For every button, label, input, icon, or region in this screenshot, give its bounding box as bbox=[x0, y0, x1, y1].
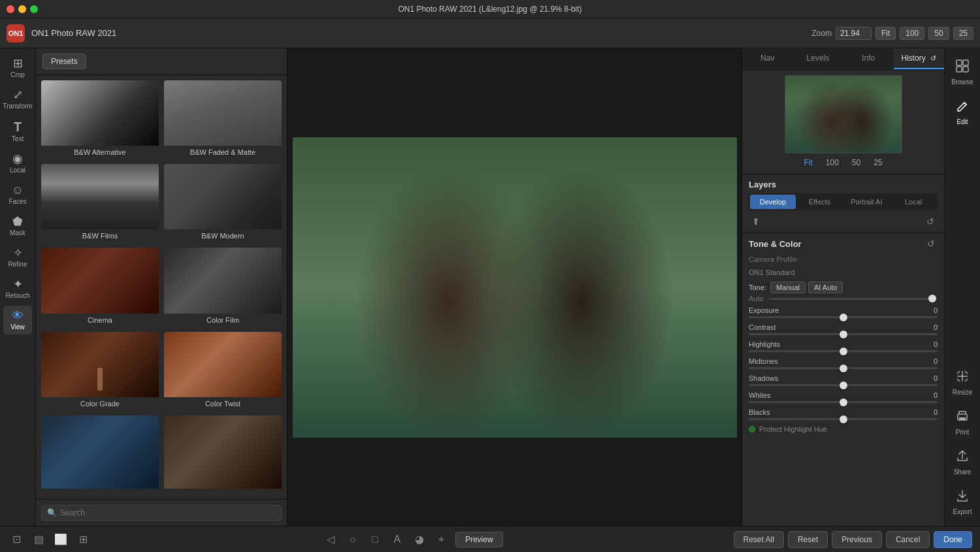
preset-bw-films[interactable]: B&W Films bbox=[41, 164, 159, 242]
whites-track[interactable] bbox=[749, 401, 938, 403]
highlights-thumb[interactable] bbox=[840, 348, 847, 355]
preset-cinema[interactable]: Cinema bbox=[41, 248, 159, 326]
contrast-thumb[interactable] bbox=[840, 331, 847, 338]
auto-row: Auto bbox=[749, 295, 938, 302]
bottom-mask-icon[interactable]: ◕ bbox=[411, 531, 428, 548]
view-filmstrip-icon[interactable]: ▤ bbox=[30, 531, 47, 548]
midtones-thumb[interactable] bbox=[840, 365, 847, 372]
tab-portrait-ai[interactable]: Portrait AI bbox=[844, 195, 890, 209]
close-button[interactable] bbox=[7, 5, 14, 13]
minimize-button[interactable] bbox=[18, 5, 26, 13]
tool-refine-label: Refine bbox=[8, 261, 27, 268]
bottom-cursor-icon[interactable]: ⌖ bbox=[433, 531, 450, 548]
tone-row: Tone: Manual AI Auto bbox=[749, 282, 938, 293]
zoom-mini-25[interactable]: 25 bbox=[870, 157, 886, 169]
zoom-mini-100[interactable]: 100 bbox=[822, 157, 843, 169]
manual-btn[interactable]: Manual bbox=[770, 282, 806, 293]
app-logo: ON1 bbox=[7, 24, 25, 42]
preset-extra1[interactable] bbox=[41, 415, 159, 494]
layer-export-icon[interactable]: ⬆ bbox=[749, 214, 763, 229]
zoom-mini-fit[interactable]: Fit bbox=[800, 157, 816, 169]
done-button[interactable]: Done bbox=[934, 531, 972, 548]
highlights-track[interactable] bbox=[749, 350, 938, 352]
canvas-area[interactable] bbox=[287, 48, 742, 526]
ai-auto-btn[interactable]: AI Auto bbox=[808, 282, 843, 293]
bottom-bar: ⊡ ▤ ⬜ ⊞ ◁ ○ □ A ◕ ⌖ Preview Reset All Re… bbox=[0, 526, 980, 552]
tab-nav[interactable]: Nav bbox=[742, 48, 792, 69]
whites-thumb[interactable] bbox=[840, 398, 847, 406]
tool-mask[interactable]: ⬟ Mask bbox=[3, 212, 32, 240]
bottom-prev-icon[interactable]: ◁ bbox=[322, 531, 339, 548]
preset-bw-alternative[interactable]: B&W Alternative bbox=[41, 80, 159, 159]
presets-button[interactable]: Presets bbox=[42, 54, 86, 69]
search-input-wrap: 🔍 bbox=[41, 505, 282, 521]
view-single-icon[interactable]: ⊡ bbox=[8, 531, 25, 548]
preset-color-film[interactable]: Color Film bbox=[164, 248, 282, 326]
zoom-fit-btn[interactable]: Fit bbox=[875, 27, 896, 40]
tab-local[interactable]: Local bbox=[890, 195, 936, 209]
tool-local[interactable]: ◉ Local bbox=[3, 149, 32, 178]
contrast-track[interactable] bbox=[749, 333, 938, 335]
left-toolbar: ⊞ Crop ⤢ Transform T Text ◉ Local ☺ Face… bbox=[0, 48, 36, 526]
previous-button[interactable]: Previous bbox=[832, 531, 882, 548]
bottom-circle-icon[interactable]: ○ bbox=[344, 531, 361, 548]
reset-button[interactable]: Reset bbox=[788, 531, 828, 548]
blacks-thumb[interactable] bbox=[840, 415, 847, 423]
tone-reset-btn[interactable]: ↺ bbox=[924, 237, 938, 250]
svg-rect-3 bbox=[963, 67, 968, 72]
auto-label: Auto bbox=[749, 295, 764, 302]
blacks-track[interactable] bbox=[749, 418, 938, 420]
whites-label: Whites bbox=[749, 391, 771, 399]
zoom-input[interactable] bbox=[836, 27, 872, 40]
tab-effects[interactable]: Effects bbox=[797, 195, 843, 209]
tool-transform[interactable]: ⤢ Transform bbox=[3, 85, 32, 114]
view-split-icon[interactable]: ⬜ bbox=[52, 531, 69, 548]
nav-thumbnail bbox=[785, 75, 902, 154]
print-btn[interactable]: Print bbox=[948, 404, 977, 441]
camera-profile-value: ON1 Standard bbox=[749, 268, 938, 276]
layer-reset-icon[interactable]: ↺ bbox=[923, 214, 938, 229]
preset-color-twist[interactable]: Color Twist bbox=[164, 332, 282, 410]
share-btn[interactable]: Share bbox=[948, 444, 977, 481]
shadows-track[interactable] bbox=[749, 384, 938, 386]
zoom-50-btn[interactable]: 50 bbox=[928, 27, 949, 40]
view-grid-icon[interactable]: ⊞ bbox=[74, 531, 91, 548]
reset-all-button[interactable]: Reset All bbox=[734, 531, 784, 548]
cancel-button[interactable]: Cancel bbox=[886, 531, 930, 548]
preview-button[interactable]: Preview bbox=[455, 532, 503, 547]
resize-btn[interactable]: Resize bbox=[948, 364, 977, 401]
shadows-thumb[interactable] bbox=[840, 382, 847, 389]
tool-text[interactable]: T Text bbox=[3, 116, 32, 146]
export-btn[interactable]: Export bbox=[948, 483, 977, 521]
preset-extra2[interactable] bbox=[164, 415, 282, 494]
preset-bw-modern[interactable]: B&W Modern bbox=[164, 164, 282, 242]
bottom-square-icon[interactable]: □ bbox=[367, 531, 384, 548]
retouch-icon: ✦ bbox=[13, 278, 23, 290]
tool-refine[interactable]: ✧ Refine bbox=[3, 243, 32, 272]
tool-retouch[interactable]: ✦ Retouch bbox=[3, 274, 32, 303]
tab-history[interactable]: History ↺ bbox=[894, 48, 944, 69]
midtones-track[interactable] bbox=[749, 367, 938, 369]
tool-faces[interactable]: ☺ Faces bbox=[3, 180, 32, 209]
bottom-a-icon[interactable]: A bbox=[389, 531, 406, 548]
exposure-thumb[interactable] bbox=[840, 314, 847, 321]
tab-info[interactable]: Info bbox=[843, 48, 894, 69]
preset-bw-faded[interactable]: B&W Faded & Matte bbox=[164, 80, 282, 159]
zoom-mini-50[interactable]: 50 bbox=[848, 157, 864, 169]
tab-levels[interactable]: Levels bbox=[792, 48, 843, 69]
auto-slider[interactable] bbox=[769, 298, 932, 300]
browse-btn[interactable]: Browse bbox=[948, 54, 977, 91]
faces-icon: ☺ bbox=[12, 184, 24, 196]
edit-btn[interactable]: Edit bbox=[948, 93, 977, 131]
right-panel: Nav Levels Info History ↺ Fit 100 50 25 … bbox=[742, 48, 944, 526]
preset-color-grade[interactable]: Color Grade bbox=[41, 332, 159, 410]
tool-view[interactable]: 👁 View bbox=[3, 306, 32, 334]
slider-shadows: Shadows 0 bbox=[749, 374, 938, 386]
zoom-100-btn[interactable]: 100 bbox=[900, 27, 924, 40]
tab-develop[interactable]: Develop bbox=[750, 195, 796, 209]
tool-crop[interactable]: ⊞ Crop bbox=[3, 54, 32, 82]
zoom-25-btn[interactable]: 25 bbox=[953, 27, 973, 40]
exposure-track[interactable] bbox=[749, 316, 938, 318]
fullscreen-button[interactable] bbox=[30, 5, 38, 13]
search-input[interactable] bbox=[60, 508, 276, 517]
